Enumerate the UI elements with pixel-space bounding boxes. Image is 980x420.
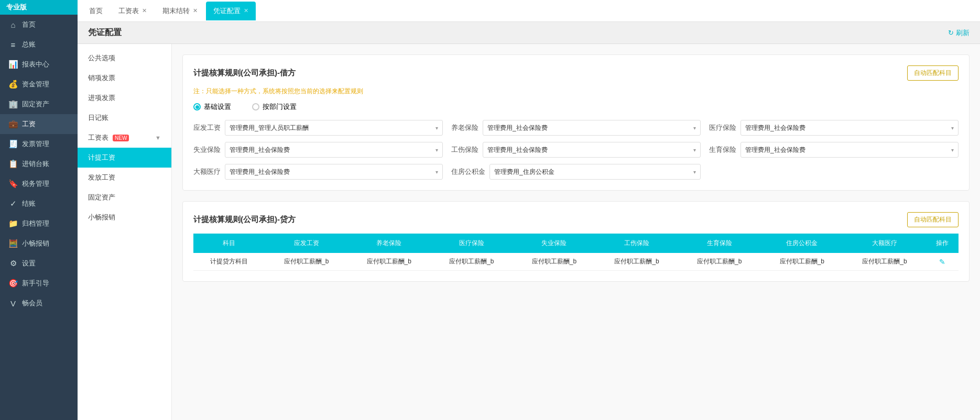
form-select-yingfa[interactable]: 管理费用_管理人员职工薪酬 ▾	[225, 120, 443, 136]
radio-basic[interactable]: 基础设置	[193, 102, 231, 112]
form-label-shiye: 失业保险	[193, 145, 221, 154]
salary-icon: 💼	[8, 119, 18, 129]
form-label-gongshang: 工伤保险	[451, 145, 478, 154]
table-row: 计提贷方科目 应付职工薪酬_b 应付职工薪酬_b 应付职工薪酬_b 应付职工薪酬…	[193, 253, 959, 271]
sidebar-item-label: 首页	[22, 20, 36, 29]
form-select-gongshang[interactable]: 管理费用_社会保险费 ▾	[483, 142, 701, 158]
edit-icon[interactable]: ✎	[939, 258, 945, 266]
sidebar-item-label: 报表中心	[22, 60, 49, 69]
tab-bar: 首页 工资表 ✕ 期末结转 ✕ 凭证配置 ✕	[78, 0, 980, 22]
sidebar-item-invoice-management[interactable]: 🧾 发票管理	[0, 134, 78, 154]
form-item-gongshang: 工伤保险 管理费用_社会保险费 ▾	[451, 142, 701, 158]
chevron-icon: ▾	[951, 125, 954, 131]
sidebar-item-salary[interactable]: 💼 工资	[0, 114, 78, 134]
tab-period-end[interactable]: 期末结转 ✕	[155, 2, 205, 20]
chevron-icon: ▾	[435, 147, 438, 153]
sidebar-item-tax-management[interactable]: 🔖 税务管理	[0, 174, 78, 194]
sidebar-item-closing[interactable]: ✓ 结账	[0, 194, 78, 214]
refresh-label: 刷新	[956, 28, 970, 38]
cell-zhufang: 应付职工薪酬_b	[761, 253, 844, 271]
sidebar-item-purchase-sales[interactable]: 📋 进销台账	[0, 154, 78, 174]
page-header: 凭证配置 ↻ 刷新	[78, 22, 980, 44]
left-nav-journal[interactable]: 日记账	[78, 108, 171, 128]
tab-voucher-config[interactable]: 凭证配置 ✕	[206, 2, 256, 20]
closing-icon: ✓	[8, 199, 18, 208]
sidebar-item-fund-management[interactable]: 💰 资金管理	[0, 74, 78, 94]
credit-section-title: 计提核算规则(公司承担)-贷方	[193, 215, 296, 225]
main-area: 首页 工资表 ✕ 期末结转 ✕ 凭证配置 ✕ 凭证配置 ↻ 刷新 公共选项	[78, 0, 980, 420]
sidebar-item-member[interactable]: V 畅会员	[0, 293, 78, 313]
credit-table-container: 科目 应发工资 养老保险 医疗保险 失业保险 工伤保险 生育保险 住房公积金 大…	[193, 234, 959, 271]
chevron-icon: ▾	[951, 147, 954, 153]
tab-home[interactable]: 首页	[82, 2, 110, 20]
tab-voucher-config-close[interactable]: ✕	[244, 7, 248, 14]
debit-section-title: 计提核算规则(公司承担)-借方	[193, 68, 296, 78]
cell-yingfa: 应付职工薪酬_b	[265, 253, 348, 271]
chevron-icon: ▾	[435, 125, 438, 131]
sidebar-item-label: 工资	[22, 119, 36, 129]
sidebar-item-label: 归档管理	[22, 219, 49, 228]
guide-icon: 🎯	[8, 279, 18, 288]
cell-subject: 计提贷方科目	[193, 253, 265, 271]
content-area: 公共选项 销项发票 进项发票 日记账 工资表 NEW ▼ 计提工资	[78, 44, 980, 420]
right-content: 计提核算规则(公司承担)-借方 自动匹配科目 注：只能选择一种方式，系统将按照您…	[172, 44, 980, 420]
sidebar-item-expense-report[interactable]: 🧮 小畅报销	[0, 234, 78, 253]
sidebar-item-label: 新手引导	[22, 279, 49, 288]
radio-by-dept-circle	[252, 103, 259, 110]
form-label-yingfa: 应发工资	[193, 123, 221, 132]
tab-home-label: 首页	[89, 6, 103, 16]
sidebar-item-label: 结账	[22, 199, 36, 208]
credit-section: 计提核算规则(公司承担)-贷方 自动匹配科目 科目 应发工资 养老保险 医疗保险…	[182, 201, 970, 282]
left-nav-fixed-assets[interactable]: 固定资产	[78, 187, 171, 207]
sidebar-item-general-ledger[interactable]: ≡ 总账	[0, 35, 78, 54]
chevron-icon: ▾	[693, 147, 696, 153]
left-nav-expense-report2[interactable]: 小畅报销	[78, 207, 171, 227]
refresh-icon: ↻	[948, 29, 954, 37]
report-icon: 📊	[8, 60, 18, 69]
cell-gongshang: 应付职工薪酬_b	[595, 253, 678, 271]
sidebar-item-label: 发票管理	[22, 139, 49, 149]
radio-by-dept[interactable]: 按部门设置	[252, 102, 297, 112]
tab-period-end-close[interactable]: ✕	[193, 7, 198, 14]
refresh-button[interactable]: ↻ 刷新	[948, 28, 970, 38]
tab-salary-table-close[interactable]: ✕	[142, 7, 147, 14]
col-gongshang: 工伤保险	[595, 234, 678, 253]
form-label-zhufang: 住房公积金	[451, 167, 485, 176]
credit-auto-match-button[interactable]: 自动匹配科目	[907, 212, 959, 227]
form-item-yanglao: 养老保险 管理费用_社会保险费 ▾	[451, 120, 701, 136]
credit-section-header: 计提核算规则(公司承担)-贷方 自动匹配科目	[193, 212, 959, 227]
sidebar-item-report-center[interactable]: 📊 报表中心	[0, 54, 78, 74]
settings-icon: ⚙	[8, 259, 18, 268]
sidebar: 专业版 ⌂ 首页 ≡ 总账 📊 报表中心 💰 资金管理 🏢 固定资产 💼 工资 …	[0, 0, 78, 420]
sidebar-item-guide[interactable]: 🎯 新手引导	[0, 273, 78, 293]
form-select-yanglao[interactable]: 管理费用_社会保险费 ▾	[483, 120, 701, 136]
sidebar-item-fixed-assets[interactable]: 🏢 固定资产	[0, 94, 78, 114]
left-nav-calc-salary[interactable]: 计提工资	[78, 148, 171, 168]
sidebar-item-settings[interactable]: ⚙ 设置	[0, 253, 78, 273]
tab-salary-table[interactable]: 工资表 ✕	[111, 2, 154, 20]
left-nav-debit-invoice[interactable]: 进项发票	[78, 88, 171, 108]
left-nav-salary-table[interactable]: 工资表 NEW ▼	[78, 128, 171, 148]
form-item-zhufang: 住房公积金 管理费用_住房公积金 ▾	[451, 164, 701, 180]
form-item-shiye: 失业保险 管理费用_社会保险费 ▾	[193, 142, 443, 158]
radio-by-dept-label: 按部门设置	[263, 102, 297, 112]
sidebar-item-archive[interactable]: 📁 归档管理	[0, 214, 78, 234]
archive-icon: 📁	[8, 219, 18, 228]
form-select-yiliao[interactable]: 管理费用_社会保险费 ▾	[741, 120, 959, 136]
form-select-dae[interactable]: 管理费用_社会保险费 ▾	[225, 164, 443, 180]
debit-auto-match-button[interactable]: 自动匹配科目	[907, 65, 959, 81]
left-nav-public-options[interactable]: 公共选项	[78, 48, 171, 68]
form-select-shengyu[interactable]: 管理费用_社会保险费 ▾	[741, 142, 959, 158]
left-nav-credit-invoice[interactable]: 销项发票	[78, 68, 171, 88]
sidebar-item-label: 畅会员	[22, 299, 42, 308]
left-nav-issue-salary[interactable]: 发放工资	[78, 168, 171, 187]
cell-action[interactable]: ✎	[926, 253, 959, 271]
chevron-down-icon: ▼	[155, 135, 161, 141]
expense-icon: 🧮	[8, 239, 18, 248]
form-select-zhufang[interactable]: 管理费用_住房公积金 ▾	[489, 164, 701, 180]
form-select-shiye[interactable]: 管理费用_社会保险费 ▾	[225, 142, 443, 158]
sidebar-item-home[interactable]: ⌂ 首页	[0, 15, 78, 35]
sidebar-item-label: 资金管理	[22, 80, 49, 89]
debit-note: 注：只能选择一种方式，系统将按照您当前的选择来配置规则	[193, 87, 959, 96]
debit-form-grid: 应发工资 管理费用_管理人员职工薪酬 ▾ 养老保险 管理费用_社会保险费 ▾	[193, 120, 959, 180]
